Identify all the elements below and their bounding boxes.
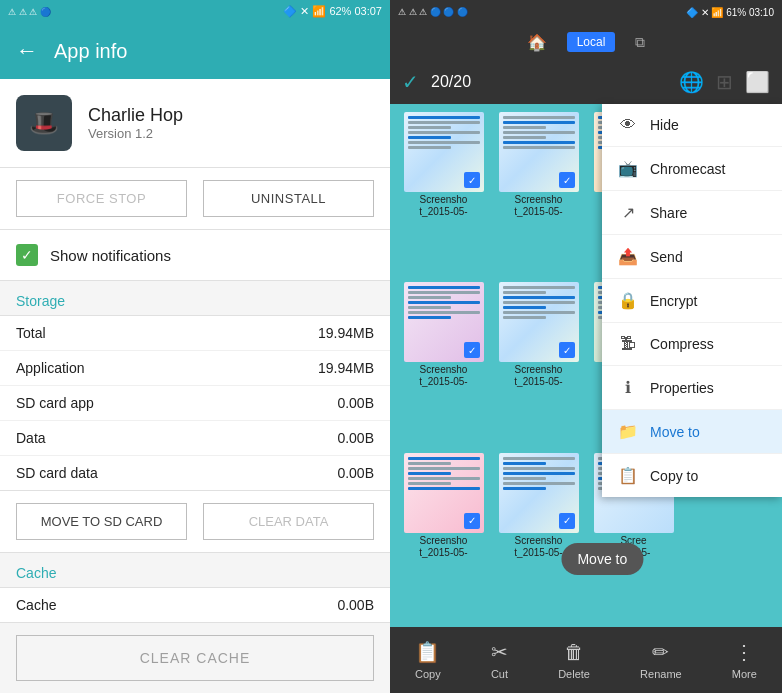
- file-thumbnail: ✓: [499, 282, 579, 362]
- file-item[interactable]: ✓ Screenshot_2015-05-: [493, 112, 584, 278]
- menu-item-share[interactable]: ↗ Share: [602, 191, 782, 235]
- menu-item-encrypt[interactable]: 🔒 Encrypt: [602, 279, 782, 323]
- file-name: Screenshot_2015-05-: [514, 194, 562, 218]
- copy-to-icon: 📋: [618, 466, 638, 485]
- app-icon: 🎩: [16, 95, 72, 151]
- delete-icon: 🗑: [564, 641, 584, 664]
- storage-table: Total 19.94MB Application 19.94MB SD car…: [0, 315, 390, 491]
- page-title: App info: [54, 40, 127, 63]
- status-warnings-left: ⚠ ⚠ ⚠ 🔵: [8, 7, 51, 17]
- compress-icon: 🗜: [618, 335, 638, 353]
- file-item[interactable]: ✓ Screenshot_2015-05-: [398, 282, 489, 448]
- right-panel: ⚠ ⚠ ⚠ 🔵 🔵 🔵 🔷 ✕ 📶 61% 03:10 🏠 Local ⧉ ✓ …: [390, 0, 782, 693]
- rename-icon: ✏: [652, 640, 669, 664]
- app-name: Charlie Hop: [88, 105, 183, 126]
- storage-value-sdcard-data: 0.00B: [337, 465, 374, 481]
- toolbar-cut[interactable]: ✂ Cut: [491, 640, 508, 680]
- globe-icon[interactable]: 🌐: [679, 70, 704, 94]
- menu-label-chromecast: Chromecast: [650, 161, 725, 177]
- storage-value-application: 19.94MB: [318, 360, 374, 376]
- menu-label-copy-to: Copy to: [650, 468, 698, 484]
- send-icon: 📤: [618, 247, 638, 266]
- storage-label-application: Application: [16, 360, 85, 376]
- file-item[interactable]: ✓ Screenshot_2015-05-: [398, 453, 489, 619]
- storage-label-sdcard-data: SD card data: [16, 465, 98, 481]
- file-item[interactable]: ✓ Screenshot_2015-05-: [493, 282, 584, 448]
- storage-label-sdcard-app: SD card app: [16, 395, 94, 411]
- move-to-icon: 📁: [618, 422, 638, 441]
- app-details: Charlie Hop Version 1.2: [88, 105, 183, 141]
- menu-item-move-to[interactable]: 📁 Move to: [602, 410, 782, 454]
- storage-row-total: Total 19.94MB: [0, 316, 390, 351]
- storage-row-application: Application 19.94MB: [0, 351, 390, 386]
- storage-buttons: MOVE TO SD CARD CLEAR DATA: [0, 491, 390, 553]
- cache-value: 0.00B: [337, 597, 374, 613]
- file-check: ✓: [464, 342, 480, 358]
- storage-row-sdcard-app: SD card app 0.00B: [0, 386, 390, 421]
- file-item[interactable]: ✓ Screenshot_2015-05-: [493, 453, 584, 619]
- toolbar-delete[interactable]: 🗑 Delete: [558, 641, 590, 680]
- header-bar: ← App info: [0, 24, 390, 79]
- force-stop-button[interactable]: FORCE STOP: [16, 180, 187, 217]
- menu-item-compress[interactable]: 🗜 Compress: [602, 323, 782, 366]
- menu-label-send: Send: [650, 249, 683, 265]
- move-to-sd-button[interactable]: MOVE TO SD CARD: [16, 503, 187, 540]
- select-all-icon[interactable]: ⬜: [745, 70, 770, 94]
- toolbar-copy[interactable]: 📋 Copy: [415, 640, 441, 680]
- grid-icon[interactable]: ⊞: [716, 70, 733, 94]
- cut-icon: ✂: [491, 640, 508, 664]
- properties-icon: ℹ: [618, 378, 638, 397]
- share-icon: ↗: [618, 203, 638, 222]
- file-name: Screenshot_2015-05-: [419, 535, 467, 559]
- local-button[interactable]: Local: [567, 32, 616, 52]
- menu-label-compress: Compress: [650, 336, 714, 352]
- more-icon: ⋮: [734, 640, 754, 664]
- file-item[interactable]: ✓ Screenshot_2015-05-: [398, 112, 489, 278]
- selection-bar: ✓ 20/20 🌐 ⊞ ⬜: [390, 60, 782, 104]
- check-icon[interactable]: ✓: [402, 70, 419, 94]
- cache-section-header: Cache: [0, 553, 390, 587]
- menu-item-copy-to[interactable]: 📋 Copy to: [602, 454, 782, 497]
- toolbar-delete-label: Delete: [558, 668, 590, 680]
- move-to-tooltip: Move to: [561, 543, 643, 575]
- back-button[interactable]: ←: [16, 38, 38, 64]
- context-menu: 👁 Hide 📺 Chromecast ↗ Share 📤 Send 🔒 Enc…: [602, 104, 782, 497]
- file-name: Screenshot_2015-05-: [419, 364, 467, 388]
- app-icon-symbol: 🎩: [29, 109, 59, 137]
- notification-label: Show notifications: [50, 247, 171, 264]
- storage-label-data: Data: [16, 430, 46, 446]
- status-bar-left: ⚠ ⚠ ⚠ 🔵 🔷 ✕ 📶 62% 03:07: [0, 0, 390, 24]
- uninstall-button[interactable]: UNINSTALL: [203, 180, 374, 217]
- file-thumbnail: ✓: [499, 112, 579, 192]
- file-name: Screenshot_2015-05-: [514, 364, 562, 388]
- menu-item-chromecast[interactable]: 📺 Chromecast: [602, 147, 782, 191]
- toolbar-more[interactable]: ⋮ More: [732, 640, 757, 680]
- clear-cache-button[interactable]: CLEAR CACHE: [16, 635, 374, 681]
- clear-data-button[interactable]: CLEAR DATA: [203, 503, 374, 540]
- copy-nav-icon[interactable]: ⧉: [635, 34, 645, 51]
- notification-row[interactable]: ✓ Show notifications: [0, 230, 390, 281]
- menu-item-send[interactable]: 📤 Send: [602, 235, 782, 279]
- storage-value-total: 19.94MB: [318, 325, 374, 341]
- file-thumbnail: ✓: [499, 453, 579, 533]
- menu-label-share: Share: [650, 205, 687, 221]
- notification-checkbox[interactable]: ✓: [16, 244, 38, 266]
- menu-label-move-to: Move to: [650, 424, 700, 440]
- action-buttons: FORCE STOP UNINSTALL: [0, 168, 390, 230]
- file-thumbnail: ✓: [404, 282, 484, 362]
- storage-section-header: Storage: [0, 281, 390, 315]
- menu-label-properties: Properties: [650, 380, 714, 396]
- cache-label: Cache: [16, 597, 56, 613]
- chromecast-icon: 📺: [618, 159, 638, 178]
- file-name: Screenshot_2015-05-: [514, 535, 562, 559]
- menu-item-properties[interactable]: ℹ Properties: [602, 366, 782, 410]
- toolbar-rename[interactable]: ✏ Rename: [640, 640, 682, 680]
- home-icon[interactable]: 🏠: [527, 33, 547, 52]
- file-name: Screenshot_2015-05-: [419, 194, 467, 218]
- storage-value-data: 0.00B: [337, 430, 374, 446]
- menu-item-hide[interactable]: 👁 Hide: [602, 104, 782, 147]
- encrypt-icon: 🔒: [618, 291, 638, 310]
- toolbar-rename-label: Rename: [640, 668, 682, 680]
- toolbar-copy-label: Copy: [415, 668, 441, 680]
- hide-icon: 👁: [618, 116, 638, 134]
